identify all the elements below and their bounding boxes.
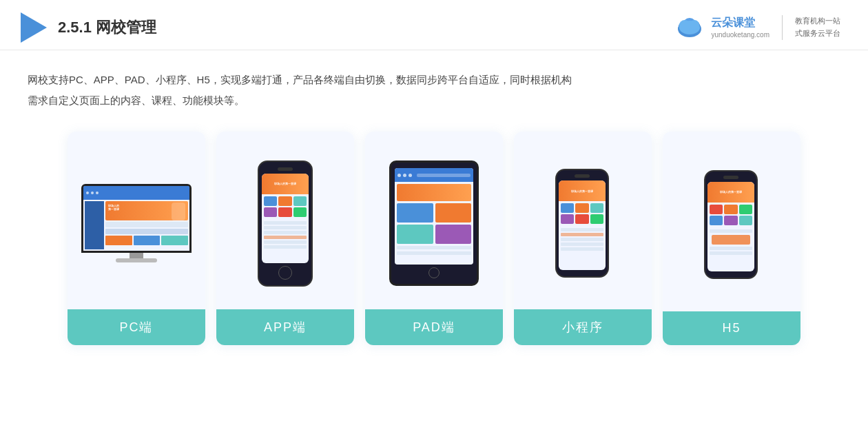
pad-tablet-mockup — [389, 161, 479, 286]
card-app-image: 职场人的第一堂课 — [216, 132, 354, 309]
card-miniapp-image: 职场人的第一堂课 — [514, 132, 652, 309]
logo-triangle-icon — [21, 12, 47, 43]
description-area: 网校支持PC、APP、PAD、小程序、H5，实现多端打通，产品各终端自由切换，数… — [0, 50, 868, 118]
svg-point-5 — [679, 20, 690, 31]
card-pc: 职场人的第一堂课 — [68, 132, 205, 345]
card-pad-label: PAD端 — [365, 309, 503, 345]
tagline-line1: 教育机构一站 — [795, 15, 840, 28]
page-header: 2.5.1 网校管理 云朵课堂 yunduoketang.com 教育机构一站 … — [0, 0, 868, 50]
cloud-logo-icon — [675, 15, 704, 40]
card-pad: PAD端 — [365, 132, 503, 345]
brand-name: 云朵课堂 — [711, 15, 769, 30]
card-pad-image — [365, 132, 503, 309]
description-line1: 网校支持PC、APP、PAD、小程序、H5，实现多端打通，产品各终端自由切换，数… — [28, 70, 840, 90]
svg-point-6 — [690, 20, 699, 30]
pc-screen: 职场人的第一堂课 — [81, 184, 192, 253]
header-left: 2.5.1 网校管理 — [21, 12, 156, 43]
card-miniapp-label: 小程序 — [514, 309, 652, 345]
brand-tagline: 教育机构一站 式服务云平台 — [795, 15, 840, 39]
title-bold: 网校管理 — [96, 19, 156, 36]
card-h5-label: H5 — [663, 311, 800, 345]
app-phone-mockup: 职场人的第一堂课 — [258, 161, 313, 287]
brand-text: 云朵课堂 yunduoketang.com — [711, 15, 769, 40]
page-title: 2.5.1 网校管理 — [58, 17, 156, 38]
card-h5-image: 职场人的第一堂课 — [663, 132, 800, 311]
miniapp-phone-mockup: 职场人的第一堂课 — [555, 169, 610, 278]
card-h5: 职场人的第一堂课 — [663, 132, 800, 345]
h5-phone-mockup: 职场人的第一堂课 — [704, 170, 759, 279]
header-right: 云朵课堂 yunduoketang.com 教育机构一站 式服务云平台 — [675, 15, 840, 40]
card-pc-label: PC端 — [68, 309, 205, 345]
brand-url: yunduoketang.com — [711, 30, 769, 40]
pc-mockup: 职场人的第一堂课 — [81, 184, 192, 262]
title-prefix: 2.5.1 — [58, 19, 96, 36]
description-line2: 需求自定义页面上的内容、课程、功能模块等。 — [28, 90, 840, 111]
card-pc-image: 职场人的第一堂课 — [68, 132, 205, 309]
cards-area: 职场人的第一堂课 — [0, 118, 868, 359]
header-divider — [782, 15, 783, 40]
card-app: 职场人的第一堂课 — [216, 132, 354, 345]
card-miniapp: 职场人的第一堂课 — [514, 132, 652, 345]
tagline-line2: 式服务云平台 — [795, 28, 840, 40]
card-app-label: APP端 — [216, 309, 354, 345]
